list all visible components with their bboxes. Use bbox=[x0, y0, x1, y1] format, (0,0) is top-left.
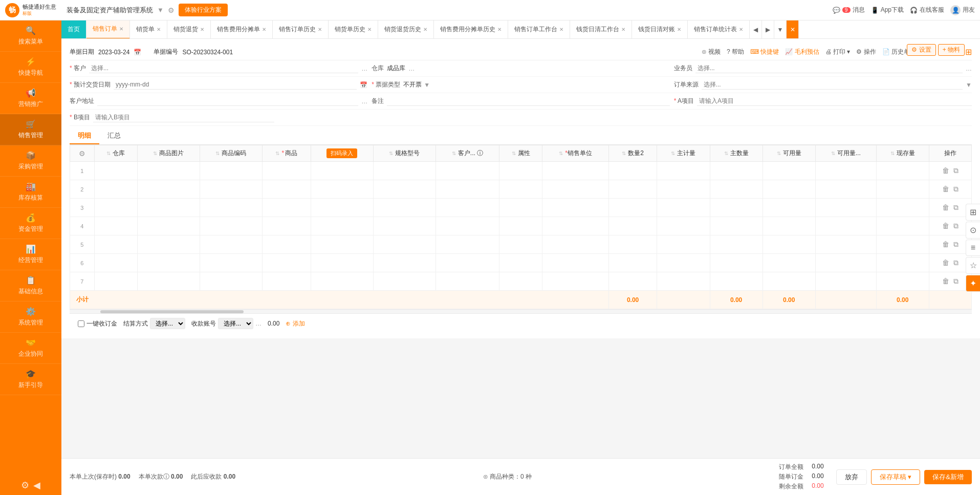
detail-tab-mingxi[interactable]: 明细 bbox=[70, 128, 99, 144]
one-click-checkbox[interactable] bbox=[78, 320, 84, 327]
row-7-attr[interactable] bbox=[499, 272, 542, 291]
row-2-scan[interactable] bbox=[311, 180, 373, 199]
settings-btn[interactable]: ⚙ 设置 bbox=[907, 44, 935, 56]
float-btn-2[interactable]: ⊙ bbox=[966, 222, 980, 239]
row-1-scan[interactable] bbox=[311, 162, 373, 180]
tab-cash-reconcile-close[interactable]: ✕ bbox=[677, 27, 681, 32]
date-picker-icon[interactable]: 📅 bbox=[134, 49, 141, 56]
row-1-available-alt[interactable] bbox=[815, 162, 876, 180]
sidebar-item-inventory[interactable]: 🏭 库存核算 bbox=[0, 177, 61, 208]
row-7-current[interactable] bbox=[876, 272, 929, 291]
sidebar-item-shortcuts[interactable]: ⚡ 快捷导航 bbox=[0, 52, 61, 83]
row-1-attr[interactable] bbox=[499, 162, 542, 180]
tab-return-history[interactable]: 销货退货历史 ✕ bbox=[378, 20, 434, 39]
row-1-main-qty[interactable] bbox=[710, 162, 763, 180]
add-material-btn[interactable]: + 物料 bbox=[938, 44, 965, 56]
row-5-qty2[interactable] bbox=[608, 235, 657, 254]
th-gear[interactable]: ⚙ bbox=[70, 145, 95, 162]
row-6-main-unit[interactable] bbox=[657, 254, 710, 272]
float-btn-3[interactable]: ≡ bbox=[966, 240, 980, 256]
row-2-warehouse[interactable] bbox=[94, 180, 137, 199]
app-download-btn[interactable]: 📱 App下载 bbox=[871, 6, 904, 14]
row-1-warehouse[interactable] bbox=[94, 162, 137, 180]
tab-fee-history-close[interactable]: ✕ bbox=[497, 27, 502, 32]
row-3-product[interactable] bbox=[262, 199, 311, 217]
row-5-copy-icon[interactable]: ⧉ bbox=[953, 240, 959, 248]
row-4-unit[interactable] bbox=[542, 217, 609, 235]
view-video-btn[interactable]: ⊙ 视频 bbox=[702, 48, 721, 56]
row-2-code[interactable] bbox=[200, 180, 262, 199]
row-2-spec[interactable] bbox=[373, 180, 435, 199]
sidebar-item-system[interactable]: ⚙️ 系统管理 bbox=[0, 302, 61, 333]
th-scan[interactable]: 扫码录入 bbox=[311, 145, 373, 162]
invoice-dropdown-icon[interactable]: ▼ bbox=[424, 81, 430, 89]
row-1-main-unit[interactable] bbox=[657, 162, 710, 180]
row-3-attr[interactable] bbox=[499, 199, 542, 217]
row-7-available[interactable] bbox=[763, 272, 815, 291]
row-4-attr[interactable] bbox=[499, 217, 542, 235]
tab-fee-split[interactable]: 销售费用分摊单 ✕ bbox=[211, 20, 273, 39]
row-1-delete-icon[interactable]: 🗑 bbox=[942, 166, 949, 175]
profit-btn[interactable]: 📈 毛利预估 bbox=[785, 48, 819, 56]
row-7-main-unit[interactable] bbox=[657, 272, 710, 291]
save-draft-dropdown[interactable]: ▾ bbox=[908, 473, 911, 481]
row-4-current[interactable] bbox=[876, 217, 929, 235]
row-7-scan[interactable] bbox=[311, 272, 373, 291]
row-6-warehouse[interactable] bbox=[94, 254, 137, 272]
row-5-attr[interactable] bbox=[499, 235, 542, 254]
sidebar-item-operations[interactable]: 📊 经营管理 bbox=[0, 239, 61, 270]
float-btn-1[interactable]: ⊞ bbox=[966, 204, 980, 221]
add-payment-btn[interactable]: ⊕ 添加 bbox=[286, 319, 304, 328]
row-2-customer[interactable] bbox=[435, 180, 499, 199]
row-4-spec[interactable] bbox=[373, 217, 435, 235]
tab-stats[interactable]: 销售订单统计表 ✕ bbox=[688, 20, 750, 39]
row-3-spec[interactable] bbox=[373, 199, 435, 217]
row-2-copy-icon[interactable]: ⧉ bbox=[953, 185, 959, 193]
shortcuts-btn[interactable]: ⌨ 快捷键 bbox=[750, 48, 779, 56]
row-4-main-unit[interactable] bbox=[657, 217, 710, 235]
system-dropdown-icon[interactable]: ▼ bbox=[157, 6, 164, 14]
tab-home[interactable]: 首页 bbox=[61, 20, 86, 39]
row-2-current[interactable] bbox=[876, 180, 929, 199]
row-4-warehouse[interactable] bbox=[94, 217, 137, 235]
pay-method-select[interactable]: 选择... bbox=[150, 318, 185, 329]
row-2-unit[interactable] bbox=[542, 180, 609, 199]
sidebar-item-sales[interactable]: 🛒 销售管理 bbox=[0, 114, 61, 145]
row-3-unit[interactable] bbox=[542, 199, 609, 217]
tab-returns[interactable]: 销货退货 ✕ bbox=[167, 20, 211, 39]
row-4-main-qty[interactable] bbox=[710, 217, 763, 235]
row-6-delete-icon[interactable]: 🗑 bbox=[942, 259, 949, 267]
tab-workbench[interactable]: 销售订单工作台 ✕ bbox=[508, 20, 570, 39]
row-6-attr[interactable] bbox=[499, 254, 542, 272]
row-5-code[interactable] bbox=[200, 235, 262, 254]
row-7-main-qty[interactable] bbox=[710, 272, 763, 291]
float-btn-4[interactable]: ☆ bbox=[966, 257, 980, 274]
row-4-delete-icon[interactable]: 🗑 bbox=[942, 222, 949, 230]
row-1-customer[interactable] bbox=[435, 162, 499, 180]
row-6-product[interactable] bbox=[262, 254, 311, 272]
row-7-image[interactable] bbox=[137, 272, 200, 291]
row-4-product[interactable] bbox=[262, 217, 311, 235]
address-input[interactable] bbox=[97, 96, 358, 106]
row-1-qty2[interactable] bbox=[608, 162, 657, 180]
help-btn[interactable]: ? 帮助 bbox=[727, 48, 744, 56]
row-3-main-unit[interactable] bbox=[657, 199, 710, 217]
sidebar-item-search[interactable]: 🔍 搜索菜单 bbox=[0, 20, 61, 52]
row-3-customer[interactable] bbox=[435, 199, 499, 217]
row-7-spec[interactable] bbox=[373, 272, 435, 291]
float-btn-5[interactable]: ✦ bbox=[966, 275, 980, 292]
delivery-input[interactable] bbox=[114, 80, 357, 90]
row-4-qty2[interactable] bbox=[608, 217, 657, 235]
row-6-available-alt[interactable] bbox=[815, 254, 876, 272]
row-6-unit[interactable] bbox=[542, 254, 609, 272]
tab-fee-split-close[interactable]: ✕ bbox=[262, 27, 266, 32]
save-draft-btn[interactable]: 保存草稿 ▾ bbox=[871, 469, 921, 485]
sidebar-item-basics[interactable]: 📋 基础信息 bbox=[0, 270, 61, 302]
row-6-scan[interactable] bbox=[311, 254, 373, 272]
row-1-unit[interactable] bbox=[542, 162, 609, 180]
row-7-code[interactable] bbox=[200, 272, 262, 291]
remark-input[interactable] bbox=[387, 96, 669, 106]
row-3-qty2[interactable] bbox=[608, 199, 657, 217]
row-7-unit[interactable] bbox=[542, 272, 609, 291]
tab-returns-close[interactable]: ✕ bbox=[200, 27, 204, 32]
